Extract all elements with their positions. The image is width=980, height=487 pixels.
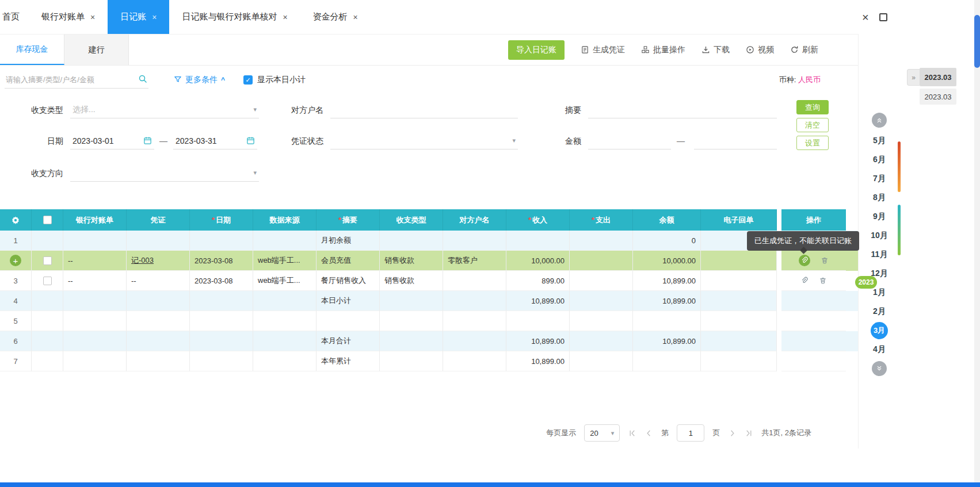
table-row[interactable]: 1月初余额0 <box>0 231 859 251</box>
field-label-summary: 摘要 <box>541 105 581 116</box>
first-page-icon[interactable] <box>628 429 636 438</box>
date-to-input[interactable]: 2023-03-31 <box>173 132 257 149</box>
amount-max-input[interactable] <box>694 132 777 149</box>
horizontal-scrollbar[interactable] <box>0 482 980 487</box>
month-item-7月[interactable]: 7月 <box>862 169 897 188</box>
table-row[interactable]: +--记-0032023-03-08web端手工...会员充值销售收款零散客户1… <box>0 251 859 271</box>
subtab-bank[interactable]: 建行 <box>64 34 129 65</box>
search-icon[interactable] <box>138 74 147 86</box>
field-label-amount: 金额 <box>541 136 581 147</box>
vertical-scrollbar-thumb[interactable] <box>974 15 980 68</box>
cell-receipt <box>701 351 777 371</box>
collapse-timeline-handle[interactable]: » <box>907 69 920 86</box>
generate-voucher-button[interactable]: 生成凭证 <box>581 45 625 55</box>
delete-icon[interactable] <box>819 277 827 285</box>
row-checkbox[interactable] <box>43 277 52 285</box>
search-input[interactable] <box>6 75 138 84</box>
month-item-4月[interactable]: 4月 <box>862 340 897 359</box>
batch-operations-button[interactable]: 批量操作 <box>641 45 685 55</box>
date-from-value: 2023-03-01 <box>73 136 114 145</box>
table-row[interactable]: 5 <box>0 311 859 331</box>
delete-icon[interactable] <box>821 256 829 264</box>
query-button[interactable]: 查询 <box>796 100 829 114</box>
table-row[interactable]: 4本日小计10,899.0010,899.00 <box>0 291 859 311</box>
tab-close-icon[interactable]: × <box>152 13 157 22</box>
table-row[interactable]: 7本年累计10,899.00 <box>0 351 859 371</box>
scroll-down-icon[interactable] <box>872 361 887 376</box>
import-journal-button[interactable]: 导入日记账 <box>508 40 565 60</box>
checkbox-label: 显示本日小计 <box>257 75 306 85</box>
page-number-input[interactable] <box>677 424 704 442</box>
tab-3[interactable]: 资金分析× <box>300 0 371 34</box>
tab-1[interactable]: 日记账× <box>108 0 169 34</box>
select-all-checkbox[interactable] <box>32 209 63 231</box>
table-row[interactable]: 3----2023-03-08web端手工...餐厅销售收入销售收款899.00… <box>0 271 859 291</box>
field-label-counterparty: 对方户名 <box>283 105 323 116</box>
cell-bank: -- <box>63 251 127 271</box>
next-page-icon[interactable] <box>728 429 737 438</box>
refresh-button[interactable]: 刷新 <box>790 45 818 55</box>
month-item-8月[interactable]: 8月 <box>862 188 897 207</box>
month-item-10月[interactable]: 10月 <box>862 226 897 245</box>
cell-source: web端手工... <box>253 251 317 271</box>
link-icon[interactable] <box>800 277 809 285</box>
tab-0[interactable]: 银行对账单× <box>29 0 108 34</box>
fullscreen-icon[interactable] <box>879 13 887 21</box>
cell-type <box>380 331 443 351</box>
amount-min-input[interactable] <box>588 132 671 149</box>
month-item-3月[interactable]: 3月 <box>862 321 897 340</box>
add-row-button[interactable]: + <box>10 255 21 266</box>
cell-voucher <box>127 311 190 331</box>
calendar-icon[interactable] <box>143 136 152 145</box>
show-subtotal-checkbox-row[interactable]: ✓ 显示本日小计 <box>243 75 306 85</box>
tab-home[interactable]: 首页 <box>0 0 29 34</box>
cell-income: 10,000.00 <box>506 251 570 271</box>
month-item-9月[interactable]: 9月 <box>862 207 897 226</box>
type-select[interactable]: 选择... ▾ <box>70 101 259 118</box>
vertical-scrollbar-track[interactable] <box>974 0 980 487</box>
row-index: 7 <box>0 351 32 371</box>
last-page-icon[interactable] <box>745 429 753 438</box>
voucher-link[interactable]: 记-003 <box>131 255 154 266</box>
tab-close-icon[interactable]: × <box>353 13 358 22</box>
table-settings-gear-icon[interactable] <box>0 209 32 231</box>
subtab-cash[interactable]: 库存现金 <box>0 34 64 65</box>
cell-receipt <box>701 291 777 311</box>
clear-button[interactable]: 清空 <box>796 118 829 132</box>
tab-close-icon[interactable]: × <box>283 13 287 22</box>
month-item-6月[interactable]: 6月 <box>862 150 897 169</box>
tab-2[interactable]: 日记账与银行对账单核对× <box>169 0 300 34</box>
cell-voucher: 记-003 <box>127 251 190 271</box>
month-item-5月[interactable]: 5月 <box>862 131 897 150</box>
checkbox-checked-icon[interactable]: ✓ <box>243 75 253 85</box>
close-icon[interactable]: × <box>862 11 869 23</box>
date-from-input[interactable]: 2023-03-01 <box>70 132 154 149</box>
prev-page-icon[interactable] <box>645 429 653 438</box>
linked-voucher-icon[interactable] <box>799 255 810 266</box>
row-checkbox-cell[interactable] <box>32 271 63 291</box>
cell-summary <box>317 311 380 331</box>
scroll-up-icon[interactable] <box>872 113 887 128</box>
per-page-label: 每页显示 <box>546 428 576 438</box>
summary-input[interactable] <box>588 101 777 118</box>
calendar-icon[interactable] <box>246 136 255 145</box>
direction-select[interactable]: ▾ <box>70 164 259 182</box>
more-conditions-toggle[interactable]: 更多条件 ^ <box>174 75 225 85</box>
table-row[interactable]: 6本月合计10,899.0010,899.00 <box>0 331 859 351</box>
download-button[interactable]: 下载 <box>701 45 730 55</box>
row-checkbox-cell[interactable] <box>32 251 63 271</box>
voucher-status-select[interactable]: ▾ <box>330 132 518 149</box>
chevron-down-icon: ▾ <box>253 106 257 113</box>
row-checkbox[interactable] <box>43 256 52 265</box>
tab-close-icon[interactable]: × <box>90 13 95 22</box>
video-button[interactable]: 视频 <box>746 45 774 55</box>
month-item-2月[interactable]: 2月 <box>862 302 897 321</box>
cell-date <box>190 311 253 331</box>
counterparty-input[interactable] <box>330 101 518 118</box>
settings-button[interactable]: 设置 <box>796 136 829 150</box>
tab-label: 日记账 <box>120 11 146 22</box>
per-page-select[interactable]: 20 ▾ <box>584 424 620 442</box>
cell-type <box>380 311 443 331</box>
month-item-11月[interactable]: 11月 <box>862 245 897 264</box>
cell-expense <box>570 291 633 311</box>
